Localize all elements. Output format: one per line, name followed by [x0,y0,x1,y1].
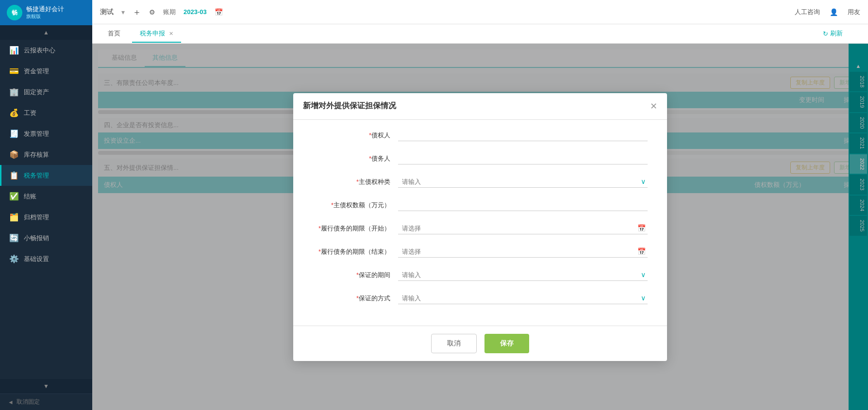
guidang-icon: 🗂️ [9,213,19,222]
sidebar-item-yunbaobiao[interactable]: 📊 云报表中心 [0,40,92,61]
form-row-start-date: *履行债务的期限（开始） 📅 [313,223,648,234]
guarantee-period-select[interactable]: ∨ [398,269,648,281]
form-row-guarantee-method: *保证的方式 ∨ [313,293,648,304]
sidebar-item-label: 资金管理 [24,67,49,76]
debtor-input[interactable] [398,153,648,164]
unpin-label: 取消固定 [17,398,40,406]
sidebar-scroll-down[interactable]: ▼ [0,379,92,394]
sidebar-item-label: 结账 [24,192,36,201]
sidebar-item-label: 工资 [24,109,36,117]
modal-overlay: 新增对外提供保证担保情况 ✕ *债权人 *债务人 [92,44,868,410]
guarantee-period-label: *保证的期间 [313,271,390,279]
gudingzichan-icon: 🏢 [9,87,19,97]
sidebar-item-label: 基础设置 [24,255,49,263]
claim-type-select[interactable]: ∨ [398,176,648,188]
logo-icon: 畅 [7,5,22,20]
sidebar-item-kucun[interactable]: 📦 库存核算 [0,144,92,165]
claim-type-chevron-icon[interactable]: ∨ [641,178,648,185]
claim-type-label: *主债权种类 [313,178,390,186]
sidebar-item-label: 发票管理 [24,130,49,138]
form-row-creditor: *债权人 [313,130,648,141]
content-area: 基础信息 其他信息 三、有限责任公司本年度... 复制上年度 新增 变更时间 操… [92,44,868,410]
unpin-icon: ◄ [8,399,14,406]
sidebar-item-fapiao[interactable]: 🧾 发票管理 [0,123,92,144]
shuiwu-icon: 📋 [9,171,19,180]
sidebar-logo: 畅 畅捷通好会计 旗舰版 [0,0,92,25]
gongzi-icon: 💰 [9,108,19,117]
creditor-label: *债权人 [313,131,390,140]
form-row-claim-amount: *主债权数额（万元） [313,199,648,211]
gear-icon[interactable]: ⚙ [149,8,155,16]
sidebar-item-zijin[interactable]: 💳 资金管理 [0,61,92,82]
add-icon[interactable]: ＋ [133,6,141,18]
creditor-input[interactable] [398,130,648,141]
modal-dialog: 新增对外提供保证担保情况 ✕ *债权人 *债务人 [293,93,667,361]
tab-home[interactable]: 首页 [100,25,128,43]
start-date-calendar-icon[interactable]: 📅 [637,224,648,232]
sidebar-item-shuiwu[interactable]: 📋 税务管理 [0,165,92,186]
sidebar-item-gudingzichan[interactable]: 🏢 固定资产 [0,82,92,102]
start-date-picker[interactable]: 📅 [398,223,648,234]
logo-badge: 旗舰版 [26,13,64,20]
jiezhang-icon: ✅ [9,192,19,201]
cancel-button[interactable]: 取消 [431,334,477,353]
end-date-input[interactable] [398,246,637,257]
start-date-label: *履行债务的期限（开始） [313,224,390,233]
tab-shuiwushenji[interactable]: 税务申报 ✕ [132,25,181,43]
guarantee-period-input[interactable] [398,269,641,280]
tab-close-icon[interactable]: ✕ [169,31,173,36]
modal-title: 新增对外提供保证担保情况 [303,101,396,111]
sidebar-item-label: 小畅报销 [24,234,49,243]
end-date-picker[interactable]: 📅 [398,246,648,258]
end-date-label: *履行债务的期限（结束） [313,247,390,256]
refresh-button[interactable]: ↻ 刷新 [823,29,843,38]
claim-type-input[interactable] [398,176,641,187]
debtor-label: *债务人 [313,154,390,163]
sidebar-item-gongzi[interactable]: 💰 工资 [0,102,92,123]
sidebar-scroll-up[interactable]: ▲ [0,25,92,40]
sidebar-nav: 📊 云报表中心 💳 资金管理 🏢 固定资产 💰 工资 🧾 发票管理 📦 库存核算… [0,40,92,379]
guarantee-method-select[interactable]: ∨ [398,293,648,304]
guarantee-period-chevron-icon[interactable]: ∨ [641,271,648,279]
save-button[interactable]: 保存 [484,334,529,353]
end-date-calendar-icon[interactable]: 📅 [637,247,648,255]
form-row-end-date: *履行债务的期限（结束） 📅 [313,246,648,258]
logo-text: 畅捷通好会计 [26,5,64,13]
sidebar-item-label: 税务管理 [24,171,49,180]
fapiao-icon: 🧾 [9,129,19,138]
sidebar-item-xiaopaobao[interactable]: 🔄 小畅报销 [0,228,92,248]
sidebar-item-label: 归档管理 [24,213,49,222]
user-icon[interactable]: 👤 [830,8,838,16]
modal-close-button[interactable]: ✕ [650,101,657,112]
form-row-claim-type: *主债权种类 ∨ [313,176,648,188]
jichushezhi-icon: ⚙️ [9,254,19,263]
period-value: 2023-03 [184,8,207,16]
claim-amount-label: *主债权数额（万元） [313,201,390,210]
claim-amount-input[interactable] [398,199,648,211]
modal-footer: 取消 保存 [293,326,667,361]
sidebar: 畅 畅捷通好会计 旗舰版 ▲ 📊 云报表中心 💳 资金管理 🏢 固定资产 💰 工… [0,0,92,410]
sidebar-item-jichushezhi[interactable]: ⚙️ 基础设置 [0,248,92,269]
modal-body: *债权人 *债务人 *主债权种类 [293,120,667,326]
start-date-input[interactable] [398,223,637,234]
guarantee-method-chevron-icon[interactable]: ∨ [641,294,648,302]
period-label: 账期 [163,8,176,16]
form-row-guarantee-period: *保证的期间 ∨ [313,269,648,281]
sidebar-item-jiezhang[interactable]: ✅ 结账 [0,186,92,207]
sidebar-item-guidang[interactable]: 🗂️ 归档管理 [0,207,92,228]
guarantee-method-label: *保证的方式 [313,294,390,303]
dropdown-icon[interactable]: ▾ [121,8,125,16]
sidebar-item-label: 库存核算 [24,150,49,159]
kucun-icon: 📦 [9,150,19,159]
sidebar-item-label: 云报表中心 [24,46,55,55]
modal-header: 新增对外提供保证担保情况 ✕ [293,93,667,120]
yunbaobiao-icon: 📊 [9,46,19,55]
guarantee-method-input[interactable] [398,293,641,304]
main-area: 首页 税务申报 ✕ ↻ 刷新 基础信息 其他信息 三、有限责任公司本年度... … [92,24,868,410]
zijin-icon: 💳 [9,66,19,76]
sidebar-bottom-toggle[interactable]: ◄ 取消固定 [0,394,92,410]
support-link[interactable]: 人工咨询 [795,8,820,16]
user-name[interactable]: 用友 [848,8,860,16]
refresh-icon: ↻ [823,30,828,37]
calendar-icon[interactable]: 📅 [215,8,223,16]
